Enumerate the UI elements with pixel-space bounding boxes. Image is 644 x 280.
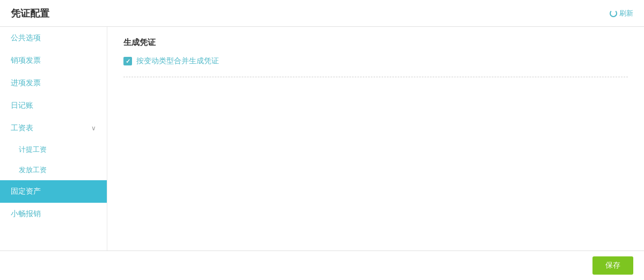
sidebar-item-label: 进项发票 [11,78,41,88]
sidebar-item-purchase-invoice[interactable]: 进项发票 [0,72,107,94]
sidebar-subitem-label: 发放工资 [19,166,47,174]
content-area: 生成凭证 按变动类型合并生成凭证 [107,27,644,250]
sidebar-item-expense[interactable]: 小畅报销 [0,203,107,225]
refresh-button[interactable]: 刷新 [610,9,633,18]
save-button[interactable]: 保存 [592,256,633,275]
page-title: 凭证配置 [11,7,49,20]
sidebar-item-label: 工资表 [11,123,33,133]
sidebar-item-sales-invoice[interactable]: 销项发票 [0,49,107,72]
sidebar: 公共选项 销项发票 进项发票 日记账 工资表 ∨ 计提工资 发放工资 固定资 [0,27,107,250]
sidebar-item-journal[interactable]: 日记账 [0,94,107,117]
sidebar-item-label: 日记账 [11,101,33,110]
merge-by-type-checkbox[interactable] [123,57,132,65]
sidebar-item-fixed-assets[interactable]: 固定资产 [0,180,107,203]
footer: 保存 [0,250,644,280]
sidebar-item-payroll-payment[interactable]: 发放工资 [0,160,107,180]
checkbox-label[interactable]: 按变动类型合并生成凭证 [136,56,219,66]
refresh-icon [610,10,617,17]
chevron-down-icon: ∨ [91,124,96,132]
header: 凭证配置 刷新 [0,0,644,27]
sidebar-item-label: 销项发票 [11,56,41,65]
sidebar-item-label: 固定资产 [11,187,41,196]
sidebar-item-label: 小畅报销 [11,209,41,219]
sidebar-item-payroll-accrual[interactable]: 计提工资 [0,139,107,160]
section-title: 生成凭证 [123,38,628,48]
sidebar-item-label: 公共选项 [11,33,41,43]
main-layout: 公共选项 销项发票 进项发票 日记账 工资表 ∨ 计提工资 发放工资 固定资 [0,27,644,250]
section-divider [123,77,628,77]
sidebar-subitem-label: 计提工资 [19,145,47,153]
checkbox-row: 按变动类型合并生成凭证 [123,56,628,66]
sidebar-item-public-options[interactable]: 公共选项 [0,27,107,49]
page-wrapper: 凭证配置 刷新 公共选项 销项发票 进项发票 日记账 工资表 ∨ [0,0,644,280]
refresh-label: 刷新 [619,9,633,18]
sidebar-item-payroll[interactable]: 工资表 ∨ [0,117,107,139]
